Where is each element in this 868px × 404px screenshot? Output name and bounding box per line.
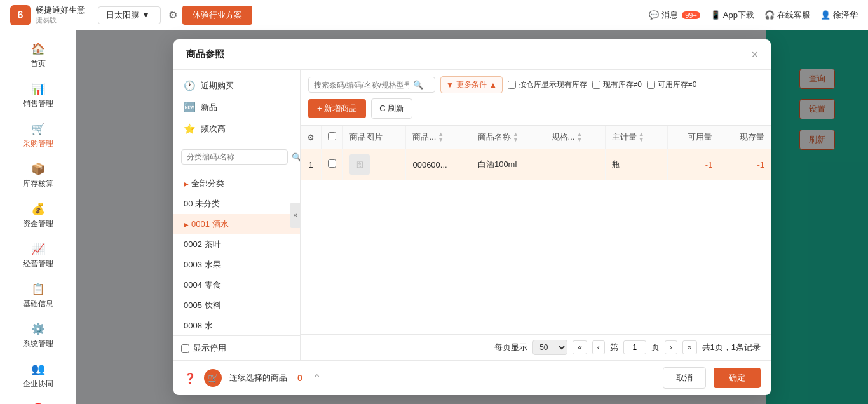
operations-icon: 📈 [31, 242, 45, 256]
check-available-label[interactable]: 现有库存≠0 [592, 79, 642, 90]
store-selector[interactable]: 日太阳膜 ▼ [98, 6, 161, 24]
cancel-btn[interactable]: 取消 [663, 367, 706, 389]
phone-icon: 📱 [710, 10, 721, 20]
store-name: 日太阳膜 [106, 10, 139, 21]
td-spec [545, 149, 605, 180]
basic-icon: 📋 [31, 282, 45, 296]
td-name: 白酒100ml [471, 149, 545, 180]
collapse-panel-btn[interactable]: « [290, 203, 301, 228]
cat-item-0004[interactable]: 0004 零食 [173, 275, 300, 295]
page-suffix: 页 [651, 342, 660, 353]
sidebar-item-enterprise[interactable]: 👥 企业协同 [0, 356, 76, 396]
modal-title: 商品参照 [186, 48, 224, 60]
check-usable-label[interactable]: 可用库存≠0 [647, 79, 696, 90]
tab-recent-label: 近期购买 [201, 80, 234, 91]
cart-icon[interactable]: 🛒 [204, 369, 222, 387]
cat-item-0001[interactable]: ▶ 0001 酒水 [173, 214, 300, 234]
purchase-icon: 🛒 [31, 122, 45, 136]
sidebar-item-sales[interactable]: 📊 销售管理 [0, 76, 76, 116]
footer-collapse-icon[interactable]: ⌃ [313, 372, 321, 384]
category-search-area: 🔍 [173, 145, 300, 168]
check-warehouse-input[interactable] [508, 81, 516, 89]
page-input[interactable] [623, 340, 646, 354]
sales-icon: 📊 [31, 82, 45, 96]
sidebar-item-guide[interactable]: 🎯 新手引导 [0, 396, 76, 404]
refresh-btn[interactable]: C 刷新 [371, 98, 412, 119]
sidebar-item-operations[interactable]: 📈 经营管理 [0, 236, 76, 276]
category-search-input[interactable] [181, 149, 288, 165]
page-size-select[interactable]: 50 100 200 [532, 340, 567, 355]
cat-item-0005[interactable]: 0005 饮料 [173, 295, 300, 316]
next-page-btn[interactable]: › [665, 340, 677, 354]
th-code[interactable]: 商品... ▲▼ [406, 126, 471, 149]
table-header-row: ⚙ 商品图片 商品... ▲▼ [301, 126, 771, 149]
sidebar-label-basic: 基础信息 [23, 299, 53, 309]
th-checkbox[interactable] [322, 126, 343, 149]
filter-more-btn[interactable]: ▼ 更多条件 ▲ [440, 76, 503, 93]
sidebar-item-basic[interactable]: 📋 基础信息 [0, 276, 76, 316]
cat-item-0008[interactable]: 0008 水 [173, 316, 300, 335]
first-page-btn[interactable]: « [573, 340, 587, 354]
th-stock: 现存量 [719, 126, 771, 149]
check-available-input[interactable] [592, 81, 600, 89]
sidebar-label-purchase: 采购管理 [23, 138, 53, 149]
th-spec[interactable]: 规格... ▲▼ [545, 126, 605, 149]
sidebar-label-finance: 资金管理 [23, 219, 53, 229]
sidebar-item-purchase[interactable]: 🛒 采购管理 [0, 116, 76, 156]
row-checkbox[interactable] [328, 159, 336, 168]
prev-page-btn[interactable]: ‹ [592, 340, 605, 354]
td-unit: 瓶 [605, 149, 667, 180]
modal-close-btn[interactable]: × [751, 49, 758, 60]
show-disabled-checkbox[interactable]: 显示停用 [181, 342, 292, 354]
show-disabled-input[interactable] [181, 344, 189, 353]
logo-icon: 6 [10, 5, 31, 25]
user-item[interactable]: 👤 徐泽华 [820, 10, 858, 21]
sidebar-item-home[interactable]: 🏠 首页 [0, 36, 76, 76]
finance-icon: 💰 [31, 202, 45, 216]
check-usable-input[interactable] [647, 81, 655, 89]
modal-body: 🕐 近期购买 🆕 新品 ⭐ 频次高 [173, 70, 771, 360]
tab-frequent[interactable]: ⭐ 频次高 [173, 118, 300, 140]
settings-icon[interactable]: ⚙ [168, 9, 177, 21]
app-download-item[interactable]: 📱 App下载 [710, 10, 754, 21]
table-row[interactable]: 1 图 000600... 白酒100ml 瓶 [301, 149, 771, 180]
tab-new[interactable]: 🆕 新品 [173, 97, 300, 118]
th-name[interactable]: 商品名称 ▲▼ [471, 126, 545, 149]
confirm-btn[interactable]: 确定 [714, 368, 761, 388]
cat-item-0002[interactable]: 0002 茶叶 [173, 234, 300, 255]
th-unit[interactable]: 主计量 ▲▼ [605, 126, 667, 149]
product-search-box: 🔍 [308, 77, 435, 93]
help-icon[interactable]: ❓ [184, 372, 196, 384]
modal-footer: ❓ 🛒 连续选择的商品 0 ⌃ 取消 确定 [173, 360, 771, 395]
app-badge: 捷易版 [36, 15, 85, 25]
experience-btn[interactable]: 体验行业方案 [182, 6, 252, 25]
cat-name-0008: 0008 水 [184, 320, 213, 332]
sidebar-item-inventory[interactable]: 📦 库存核算 [0, 156, 76, 196]
main-layout: 🏠 首页 📊 销售管理 🛒 采购管理 📦 库存核算 💰 资金管理 📈 经营管理 … [0, 30, 868, 404]
td-available: -1 [667, 149, 719, 180]
online-service-item[interactable]: 🎧 在线客服 [764, 10, 810, 21]
last-page-btn[interactable]: » [682, 340, 697, 354]
modal-left-bottom: 显示停用 [173, 335, 300, 360]
check-available-text: 现有库存≠0 [603, 79, 642, 90]
sidebar-item-system[interactable]: ⚙️ 系统管理 [0, 316, 76, 356]
tab-recent[interactable]: 🕐 近期购买 [173, 75, 300, 97]
cat-name-0003: 0003 水果 [184, 259, 221, 271]
add-product-btn[interactable]: + 新增商品 [308, 99, 366, 118]
sidebar-label-sales: 销售管理 [23, 98, 53, 109]
check-warehouse-label[interactable]: 按仓库显示现有库存 [508, 79, 587, 90]
cat-item-0003[interactable]: 0003 水果 [173, 255, 300, 275]
th-settings[interactable]: ⚙ [301, 126, 322, 149]
notifications-item[interactable]: 💬 消息 99+ [649, 10, 700, 21]
cat-item-00[interactable]: 00 未分类 [173, 194, 300, 214]
category-search-icon[interactable]: 🔍 [292, 152, 301, 162]
cat-item-all[interactable]: ▶ 全部分类 [173, 173, 300, 194]
page-size-label: 每页显示 [494, 342, 527, 353]
sidebar-item-finance[interactable]: 💰 资金管理 [0, 196, 76, 236]
pagination: 每页显示 50 100 200 « ‹ 第 页 › [301, 334, 771, 360]
selected-count: 0 [297, 373, 302, 383]
product-search-icon[interactable]: 🔍 [413, 80, 423, 90]
select-all-checkbox[interactable] [328, 132, 336, 140]
td-checkbox[interactable] [322, 149, 343, 180]
product-search-input[interactable] [314, 81, 409, 90]
